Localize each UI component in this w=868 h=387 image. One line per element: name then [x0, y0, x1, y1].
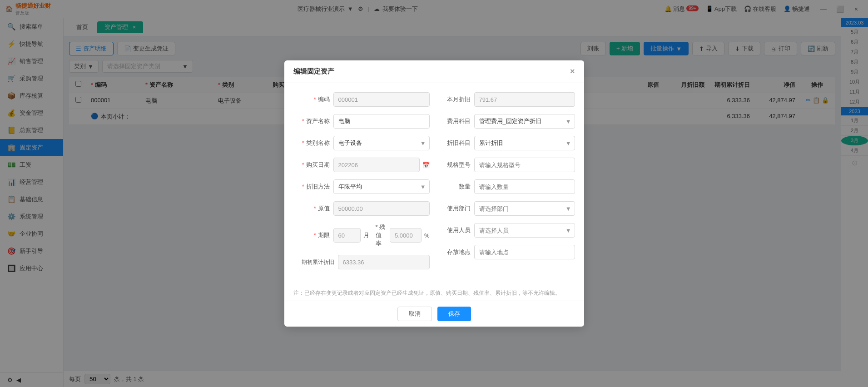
main-content: ☰ 资产明细 📄 变更生成凭证 刘账 + 新增 — [64, 36, 841, 371]
purchase-date-input[interactable] — [333, 158, 420, 172]
residual-rate-input[interactable] — [390, 228, 422, 243]
modal-note: 注：已经存在变更记录或者对应固定资产已经生成凭证，原值、购买日期、残值率、累计折… — [284, 286, 584, 301]
form-row-storage: 存放地点 — [439, 245, 575, 259]
purchase-date-label: * 购买日期 — [293, 161, 330, 169]
monthly-dep-input[interactable] — [474, 92, 575, 107]
modal-body: * 编码 * 资产名称 — [284, 83, 584, 286]
expense-subject-label: 费用科目 — [439, 117, 471, 125]
form-row-expense-subject: 费用科目 ▼ — [439, 114, 575, 129]
form-row-dep-subject: 折旧科目 ▼ — [439, 136, 575, 150]
department-input[interactable] — [474, 201, 575, 216]
form-row-department: 使用部门 ▼ — [439, 201, 575, 216]
residual-rate-unit-label: % — [424, 232, 430, 239]
cancel-btn[interactable]: 取消 — [397, 307, 432, 321]
category-select-wrap[interactable]: ▼ — [333, 136, 430, 150]
form-row-personnel: 使用人员 ▼ — [439, 223, 575, 238]
department-select[interactable]: ▼ — [474, 201, 575, 216]
save-btn[interactable]: 保存 — [437, 307, 471, 321]
department-label: 使用部门 — [439, 204, 471, 213]
asset-name-input[interactable] — [333, 114, 430, 129]
edit-asset-modal: 编辑固定资产 × * 编码 — [284, 60, 584, 327]
form-row-spec: 规格型号 — [439, 158, 575, 172]
spec-input[interactable] — [474, 158, 575, 172]
category-input[interactable] — [333, 136, 430, 150]
personnel-label: 使用人员 — [439, 226, 471, 234]
form-row-category: * 类别名称 ▼ — [293, 136, 430, 150]
spec-label: 规格型号 — [439, 161, 471, 169]
period-input[interactable] — [333, 228, 361, 243]
form-row-depreciation-method: * 折旧方法 ▼ — [293, 179, 430, 194]
period-unit-label: 月 — [363, 231, 369, 239]
quantity-label: 数量 — [439, 183, 471, 191]
form-row-original-value: * 原值 — [293, 201, 430, 216]
initial-depreciation-input[interactable] — [338, 255, 430, 269]
category-label: * 类别名称 — [293, 139, 330, 147]
dep-subject-input[interactable] — [474, 136, 575, 150]
form-row-code: * 编码 — [293, 92, 430, 107]
form-row-monthly-dep: 本月折旧 — [439, 92, 575, 107]
personnel-input[interactable] — [474, 223, 575, 238]
depreciation-method-label: * 折旧方法 — [293, 183, 330, 191]
residual-rate-label: * 残值率 — [376, 223, 387, 248]
period-label: * 期限 — [293, 231, 330, 239]
modal-overlay: 编辑固定资产 × * 编码 — [64, 36, 841, 371]
expense-subject-input[interactable] — [474, 114, 575, 129]
dep-subject-select[interactable]: ▼ — [474, 136, 575, 150]
form-row-purchase-date: * 购买日期 📅 — [293, 158, 430, 172]
original-value-label: * 原值 — [293, 204, 330, 213]
initial-depreciation-label: 期初累计折旧 — [293, 258, 334, 266]
modal-title: 编辑固定资产 — [293, 67, 334, 76]
quantity-input[interactable] — [474, 179, 575, 194]
asset-name-label: * 资产名称 — [293, 117, 330, 125]
depreciation-method-select[interactable]: ▼ — [333, 179, 430, 194]
personnel-select[interactable]: ▼ — [474, 223, 575, 238]
storage-label: 存放地点 — [439, 248, 471, 256]
period-group: 月 * 残值率 % — [333, 223, 430, 248]
calendar-icon[interactable]: 📅 — [422, 162, 430, 169]
modal-footer: 取消 保存 — [284, 301, 584, 327]
dep-subject-label: 折旧科目 — [439, 139, 471, 147]
monthly-dep-label: 本月折旧 — [439, 95, 471, 104]
purchase-date-group: 📅 — [333, 158, 430, 172]
depreciation-method-input[interactable] — [333, 179, 430, 194]
modal-close-btn[interactable]: × — [570, 67, 575, 76]
original-value-input[interactable] — [333, 201, 430, 216]
form-row-initial-depreciation: 期初累计折旧 — [293, 255, 430, 269]
form-row-asset-name: * 资产名称 — [293, 114, 430, 129]
form-row-quantity: 数量 — [439, 179, 575, 194]
code-label: * 编码 — [293, 95, 330, 104]
form-row-period: * 期限 月 * 残值率 — [293, 223, 430, 248]
storage-input[interactable] — [474, 245, 575, 259]
expense-subject-select[interactable]: ▼ — [474, 114, 575, 129]
code-input[interactable] — [333, 92, 430, 107]
modal-header: 编辑固定资产 × — [284, 60, 584, 83]
